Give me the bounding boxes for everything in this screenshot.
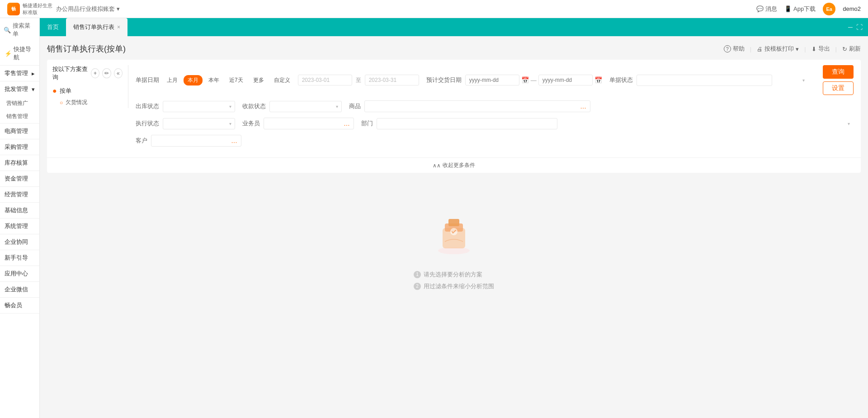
expected-delivery-group: 预计交货日期 📅 — 📅 (426, 75, 602, 86)
empty-tips: 1 请先选择要分析的方案 2 用过滤条件来缩小分析范围 (414, 269, 494, 292)
sidebar-sub-item-sales[interactable]: 销售管理 (0, 110, 39, 123)
scheme-item-icon: ● (52, 87, 57, 95)
user-name[interactable]: demo2 (843, 5, 861, 12)
search-panel-top: 按以下方案查询 + ✏ « ● (47, 60, 861, 157)
department-group: 部门 (361, 118, 854, 129)
sidebar-item-newbie[interactable]: 新手引导 (0, 250, 39, 266)
sidebar-item-finance[interactable]: 资金管理 (0, 171, 39, 186)
customer-more-btn[interactable]: … (231, 137, 237, 144)
top-bar: 畅 畅捷通好生意 标准版 办公用品行业模拟账套 ▾ 💬 消息 📱 App下载 E… (0, 0, 868, 18)
date-btn-more[interactable]: 更多 (249, 75, 268, 86)
sidebar-quick-nav[interactable]: ⚡ 快捷导航 (0, 42, 39, 66)
scheme-edit-btn[interactable]: ✏ (102, 68, 111, 78)
filter-row-2: 出库状态 收款状态 (136, 100, 854, 112)
tab-expand-btn[interactable]: ⛶ (856, 24, 863, 31)
svg-rect-3 (448, 219, 459, 226)
settings-btn[interactable]: 设置 (823, 81, 854, 95)
date-btn-thisyear[interactable]: 本年 (204, 75, 223, 86)
page-content: 销售订单执行表(按单) ? 帮助 | 🖨 按模板打印 ▾ | ⬇ (40, 36, 868, 418)
logo-text: 畅捷通好生意 标准版 (23, 2, 52, 15)
tab-bar: 首页 销售订单执行表 × ─ ⛶ (40, 18, 868, 36)
scheme-sub-item-arrears[interactable]: ○ 欠货情况 (52, 97, 123, 108)
edit-icon: ✏ (104, 70, 109, 76)
sidebar-item-retail[interactable]: 零售管理 ▸ (0, 66, 39, 81)
sidebar-item-member[interactable]: 畅会员 (0, 298, 39, 313)
print-arrow-icon: ▾ (796, 46, 799, 52)
sidebar-sub-item-marketing[interactable]: 营销推广 (0, 97, 39, 110)
sidebar-item-purchase[interactable]: 采购管理 (0, 139, 39, 155)
sidebar-item-operation[interactable]: 经营管理 (0, 187, 39, 202)
calendar-icon-1[interactable]: 📅 (521, 76, 529, 84)
scheme-header: 按以下方案查询 + ✏ « (52, 65, 123, 81)
help-icon: ? (724, 45, 731, 52)
tab-minimize-btn[interactable]: ─ (848, 24, 853, 31)
help-btn[interactable]: ? 帮助 (724, 45, 745, 53)
collapse-more-btn[interactable]: ∧∧ 收起更多条件 (433, 162, 475, 169)
chevron-down-icon: ▾ (32, 86, 35, 93)
industry-selector[interactable]: 办公用品行业模拟账套 ▾ (56, 5, 120, 13)
arrears-icon: ○ (60, 100, 63, 106)
sidebar-section-corpwechat: 企业微信 (0, 282, 39, 298)
outbound-select[interactable] (163, 101, 235, 112)
sidebar-item-wholesale[interactable]: 批发管理 ▾ (0, 81, 39, 97)
page-header: 销售订单执行表(按单) ? 帮助 | 🖨 按模板打印 ▾ | ⬇ (47, 43, 861, 54)
empty-state: 1 请先选择要分析的方案 2 用过滤条件来缩小分析范围 (47, 178, 861, 328)
export-btn[interactable]: ⬇ 导出 (811, 45, 830, 53)
sidebar-section-finance: 资金管理 (0, 171, 39, 187)
sidebar-item-basic[interactable]: 基础信息 (0, 203, 39, 218)
chevron-right-icon: ▸ (32, 70, 35, 77)
sidebar-section-inventory: 库存核算 (0, 155, 39, 171)
salesman-more-btn[interactable]: … (344, 120, 350, 127)
content-area: 首页 销售订单执行表 × ─ ⛶ 销售订单执行表(按单) ? 帮助 (40, 18, 868, 418)
date-btn-custom[interactable]: 自定义 (270, 75, 294, 86)
date-start-input[interactable] (298, 75, 352, 86)
delivery-start-input[interactable] (465, 75, 519, 86)
app-download-btn[interactable]: 📱 App下载 (784, 5, 816, 13)
tab-active[interactable]: 销售订单执行表 × (66, 18, 127, 36)
sidebar-item-system[interactable]: 系统管理 (0, 218, 39, 234)
sidebar: 🔍 搜索菜单 ⚡ 快捷导航 零售管理 ▸ 批发管理 ▾ 营销推广 销售管理 (0, 18, 40, 418)
divider-2: | (804, 46, 806, 52)
sidebar-search[interactable]: 🔍 搜索菜单 (0, 18, 39, 42)
print-icon: 🖨 (757, 46, 763, 52)
filter-row-3: 执行状态 业务员 … (136, 118, 854, 129)
date-btn-last7days[interactable]: 近7天 (225, 75, 247, 86)
delivery-end-input[interactable] (538, 75, 593, 86)
date-range (298, 75, 352, 86)
template-print-btn[interactable]: 🖨 按模板打印 ▾ (757, 45, 799, 53)
tab-close-btn[interactable]: × (117, 24, 120, 30)
goods-more-btn[interactable]: … (580, 103, 586, 110)
sidebar-item-ecommerce[interactable]: 电商管理 (0, 124, 39, 139)
sidebar-section-purchase: 采购管理 (0, 139, 39, 155)
date-btn-thismonth[interactable]: 本月 (184, 75, 203, 86)
department-select[interactable] (377, 118, 557, 129)
date-btn-lastmonth[interactable]: 上月 (163, 75, 182, 86)
refresh-btn[interactable]: ↻ 刷新 (842, 45, 861, 53)
sidebar-item-appcenter[interactable]: 应用中心 (0, 266, 39, 281)
lightning-icon: ⚡ (5, 50, 12, 57)
status-filter-group: 单据状态 (609, 75, 808, 86)
tab-home[interactable]: 首页 (40, 18, 66, 36)
search-panel: 按以下方案查询 + ✏ « ● (47, 60, 861, 173)
sidebar-item-corpwechat[interactable]: 企业微信 (0, 282, 39, 297)
date-end-input[interactable] (365, 75, 419, 86)
page-actions: ? 帮助 | 🖨 按模板打印 ▾ | ⬇ 导出 | (724, 45, 861, 53)
execution-group: 执行状态 (136, 118, 235, 129)
collection-select[interactable] (269, 101, 342, 112)
divider-1: | (750, 46, 751, 52)
filter-row-1: 单据日期 上月 本月 本年 近7天 更多 自定义 (136, 65, 854, 95)
scheme-add-btn[interactable]: + (91, 68, 99, 78)
query-btn[interactable]: 查询 (823, 65, 854, 79)
empty-tip-1: 1 请先选择要分析的方案 (414, 269, 494, 280)
sidebar-item-enterprise[interactable]: 企业协同 (0, 234, 39, 250)
main-wrapper: 🔍 搜索菜单 ⚡ 快捷导航 零售管理 ▸ 批发管理 ▾ 营销推广 销售管理 (0, 18, 868, 418)
execution-select[interactable] (163, 118, 235, 129)
scheme-collapse-btn[interactable]: « (114, 68, 123, 78)
status-select[interactable] (637, 75, 772, 86)
calendar-icon-2[interactable]: 📅 (594, 76, 602, 84)
sidebar-item-inventory[interactable]: 库存核算 (0, 155, 39, 171)
scheme-item-by-order[interactable]: ● 按单 (52, 85, 123, 97)
date-btns: 上月 本月 本年 近7天 更多 自定义 (163, 75, 294, 86)
scheme-panel: 按以下方案查询 + ✏ « ● (47, 65, 128, 108)
message-btn[interactable]: 💬 消息 (756, 5, 777, 13)
